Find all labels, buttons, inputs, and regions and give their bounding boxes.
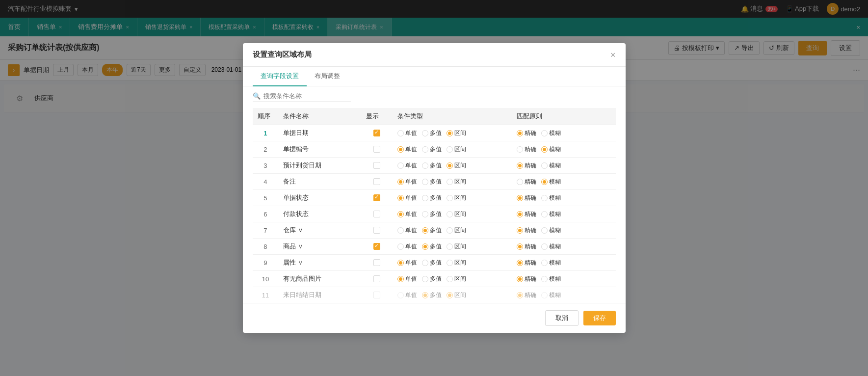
type-radio-range[interactable]: 区间	[447, 259, 466, 267]
show-checkbox[interactable]	[373, 292, 380, 298]
type-radio-multi[interactable]: 多值	[422, 145, 442, 154]
match-radio-fuzzy[interactable]: 模糊	[541, 145, 561, 154]
show-checkbox[interactable]	[373, 275, 380, 282]
type-radio-single[interactable]: 单值	[397, 194, 417, 202]
type-radio-btn-multi[interactable]	[422, 260, 428, 266]
show-checkbox[interactable]	[373, 194, 380, 201]
match-radio-fuzzy[interactable]: 模糊	[541, 226, 561, 235]
match-radio-btn-exact[interactable]	[517, 260, 523, 266]
search-input[interactable]	[263, 92, 342, 100]
type-radio-btn-single[interactable]	[397, 130, 404, 136]
type-radio-btn-single[interactable]	[397, 211, 404, 217]
type-radio-range[interactable]: 区间	[447, 291, 466, 299]
type-radio-btn-range[interactable]	[447, 162, 453, 169]
match-radio-btn-fuzzy[interactable]	[541, 179, 548, 185]
type-radio-multi[interactable]: 多值	[422, 194, 442, 202]
match-radio-exact[interactable]: 精确	[517, 275, 536, 283]
type-radio-multi[interactable]: 多值	[422, 242, 442, 251]
type-radio-single[interactable]: 单值	[397, 275, 417, 283]
save-button[interactable]: 保存	[583, 311, 616, 325]
match-radio-fuzzy[interactable]: 模糊	[541, 291, 561, 299]
modal-tab-layout[interactable]: 布局调整	[307, 67, 348, 86]
type-radio-single[interactable]: 单值	[397, 178, 417, 186]
match-radio-exact[interactable]: 精确	[517, 194, 536, 202]
type-radio-single[interactable]: 单值	[397, 210, 417, 218]
match-radio-fuzzy[interactable]: 模糊	[541, 242, 561, 251]
type-radio-range[interactable]: 区间	[447, 194, 466, 202]
type-radio-range[interactable]: 区间	[447, 226, 466, 235]
type-radio-btn-range[interactable]	[447, 243, 453, 250]
type-radio-range[interactable]: 区间	[447, 178, 466, 186]
match-radio-btn-exact[interactable]	[517, 195, 523, 201]
modal-close-button[interactable]: ×	[610, 51, 616, 59]
match-radio-exact[interactable]: 精确	[517, 226, 536, 235]
type-radio-btn-multi[interactable]	[422, 130, 428, 136]
type-radio-btn-single[interactable]	[397, 260, 404, 266]
match-radio-exact[interactable]: 精确	[517, 178, 536, 186]
show-checkbox[interactable]	[373, 259, 380, 266]
modal-overlay[interactable]: 设置查询区域布局 × 查询字段设置 布局调整 🔍 顺序 条件名称 显示	[0, 0, 868, 373]
match-radio-btn-fuzzy[interactable]	[541, 130, 548, 136]
match-radio-btn-exact[interactable]	[517, 243, 523, 250]
type-radio-range[interactable]: 区间	[447, 145, 466, 154]
show-checkbox[interactable]	[373, 178, 380, 185]
type-radio-btn-single[interactable]	[397, 243, 404, 250]
type-radio-multi[interactable]: 多值	[422, 210, 442, 218]
match-radio-btn-exact[interactable]	[517, 211, 523, 217]
match-radio-exact[interactable]: 精确	[517, 242, 536, 251]
match-radio-btn-fuzzy[interactable]	[541, 146, 548, 153]
match-radio-btn-fuzzy[interactable]	[541, 227, 548, 234]
match-radio-fuzzy[interactable]: 模糊	[541, 194, 561, 202]
type-radio-btn-single[interactable]	[397, 195, 404, 201]
match-radio-btn-exact[interactable]	[517, 292, 523, 298]
show-checkbox[interactable]	[373, 211, 380, 217]
type-radio-multi[interactable]: 多值	[422, 161, 442, 170]
match-radio-exact[interactable]: 精确	[517, 145, 536, 154]
match-radio-exact[interactable]: 精确	[517, 210, 536, 218]
match-radio-btn-exact[interactable]	[517, 162, 523, 169]
type-radio-btn-single[interactable]	[397, 276, 404, 282]
type-radio-multi[interactable]: 多值	[422, 178, 442, 186]
match-radio-exact[interactable]: 精确	[517, 291, 536, 299]
match-radio-btn-fuzzy[interactable]	[541, 243, 548, 250]
match-radio-btn-fuzzy[interactable]	[541, 162, 548, 169]
match-radio-btn-exact[interactable]	[517, 179, 523, 185]
type-radio-range[interactable]: 区间	[447, 275, 466, 283]
type-radio-btn-range[interactable]	[447, 227, 453, 234]
match-radio-btn-fuzzy[interactable]	[541, 211, 548, 217]
type-radio-btn-multi[interactable]	[422, 162, 428, 169]
modal-tab-query-fields[interactable]: 查询字段设置	[253, 67, 307, 86]
match-radio-btn-exact[interactable]	[517, 227, 523, 234]
match-radio-fuzzy[interactable]: 模糊	[541, 129, 561, 137]
match-radio-btn-fuzzy[interactable]	[541, 276, 548, 282]
type-radio-single[interactable]: 单值	[397, 161, 417, 170]
type-radio-multi[interactable]: 多值	[422, 129, 442, 137]
type-radio-btn-single[interactable]	[397, 179, 404, 185]
show-checkbox[interactable]	[373, 130, 380, 136]
match-radio-exact[interactable]: 精确	[517, 259, 536, 267]
type-radio-range[interactable]: 区间	[447, 129, 466, 137]
match-radio-fuzzy[interactable]: 模糊	[541, 210, 561, 218]
type-radio-multi[interactable]: 多值	[422, 275, 442, 283]
type-radio-btn-range[interactable]	[447, 130, 453, 136]
cancel-button[interactable]: 取消	[545, 310, 579, 326]
type-radio-btn-range[interactable]	[447, 146, 453, 153]
type-radio-btn-single[interactable]	[397, 162, 404, 169]
match-radio-fuzzy[interactable]: 模糊	[541, 259, 561, 267]
type-radio-btn-multi[interactable]	[422, 146, 428, 153]
type-radio-btn-range[interactable]	[447, 211, 453, 217]
type-radio-btn-single[interactable]	[397, 292, 404, 298]
type-radio-single[interactable]: 单值	[397, 242, 417, 251]
type-radio-btn-multi[interactable]	[422, 276, 428, 282]
type-radio-multi[interactable]: 多值	[422, 259, 442, 267]
match-radio-exact[interactable]: 精确	[517, 129, 536, 137]
show-checkbox[interactable]	[373, 243, 380, 250]
show-checkbox[interactable]	[373, 227, 380, 234]
match-radio-fuzzy[interactable]: 模糊	[541, 178, 561, 186]
type-radio-single[interactable]: 单值	[397, 259, 417, 267]
type-radio-btn-multi[interactable]	[422, 211, 428, 217]
type-radio-btn-multi[interactable]	[422, 195, 428, 201]
match-radio-btn-exact[interactable]	[517, 146, 523, 153]
type-radio-single[interactable]: 单值	[397, 291, 417, 299]
type-radio-single[interactable]: 单值	[397, 129, 417, 137]
